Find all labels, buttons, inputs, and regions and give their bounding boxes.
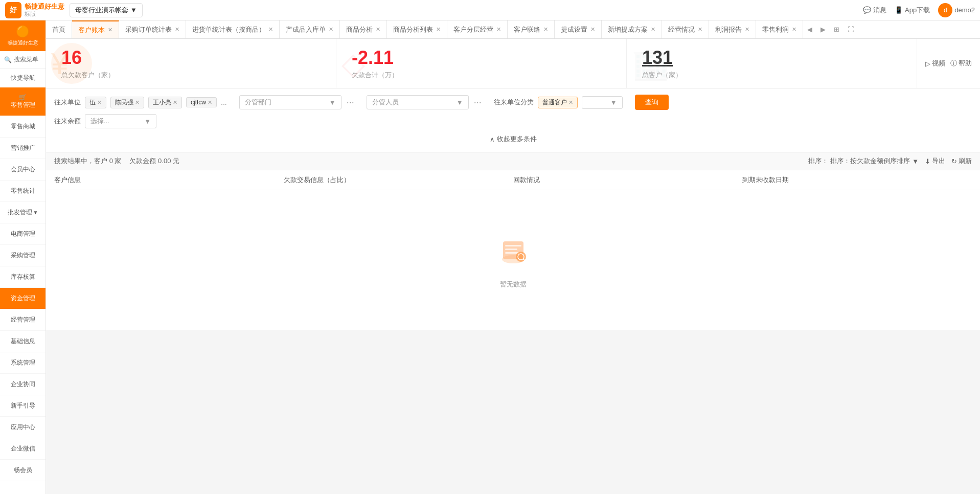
- remove-tag-unit-3[interactable]: ✕: [173, 99, 177, 106]
- tab-scroll-left[interactable]: ◀: [803, 20, 816, 39]
- balance-filter-label: 往来余额: [54, 117, 81, 126]
- stat-card-customers: ¥ 16 总欠款客户（家）: [46, 39, 336, 88]
- tab-product-analysis-list[interactable]: 商品分析列表 ✕: [387, 20, 447, 39]
- tab-close-customer-tier[interactable]: ✕: [496, 26, 501, 33]
- sidebar-item-member2[interactable]: 畅会员: [0, 460, 45, 481]
- sidebar-item-system[interactable]: 系统管理: [0, 352, 45, 374]
- svg-rect-3: [505, 245, 521, 246]
- tab-home[interactable]: 首页: [46, 20, 72, 39]
- app-download-btn[interactable]: 📱 App下载: [895, 6, 930, 15]
- tab-close-customer-contact[interactable]: ✕: [543, 26, 548, 33]
- sidebar-logo: 🟠 畅捷通好生意: [0, 20, 45, 51]
- sidebar-nav: 🛒 零售管理 零售商城 营销推广 会员中心 零售统计 批发管理 ▼ 电商管理 采…: [0, 87, 45, 481]
- stat-bg-yen-icon: ¥: [51, 46, 68, 81]
- sidebar-item-inventory[interactable]: 库存核算: [0, 266, 45, 288]
- tab-close-profit[interactable]: ✕: [745, 26, 749, 33]
- tab-close-product-list[interactable]: ✕: [436, 26, 441, 33]
- sidebar-item-member[interactable]: 会员中心: [0, 159, 45, 181]
- messages-btn[interactable]: 💬 消息: [863, 6, 886, 15]
- dept-more-btn[interactable]: ···: [347, 97, 354, 108]
- tab-scroll-right[interactable]: ▶: [816, 20, 830, 39]
- tab-close-operations[interactable]: ✕: [698, 26, 702, 33]
- person-more-btn[interactable]: ···: [474, 97, 482, 108]
- tab-purchase-order-stats[interactable]: 采购订单统计表 ✕: [119, 20, 186, 39]
- logo-icon: 好: [5, 2, 21, 18]
- app-name: 畅捷通好生意: [25, 3, 64, 11]
- empty-state: 暂无数据: [46, 190, 980, 330]
- remove-tag-unit-4[interactable]: ✕: [208, 99, 212, 106]
- video-btn[interactable]: ▷ 视频: [925, 59, 945, 68]
- col-header-debt: 欠款交易信息（占比）: [284, 175, 513, 185]
- help-btn[interactable]: ⓘ 帮助: [950, 59, 972, 68]
- filter-more-tags[interactable]: ...: [221, 98, 227, 106]
- tab-close-product-analysis[interactable]: ✕: [376, 26, 380, 33]
- user-area[interactable]: d demo2: [938, 3, 975, 17]
- user-avatar: d: [938, 3, 952, 17]
- sidebar-item-retail-stats[interactable]: 零售统计: [0, 181, 45, 202]
- sidebar-item-newbie[interactable]: 新手引导: [0, 395, 45, 417]
- tab-close-add-commission[interactable]: ✕: [651, 26, 655, 33]
- filter-tag-unit-2: 陈民强 ✕: [110, 97, 144, 108]
- result-summary: 搜索结果中，客户 0 家 欠款金额 0.00 元: [54, 156, 179, 166]
- sidebar-item-enterprise[interactable]: 企业协同: [0, 374, 45, 395]
- tab-product-inbound[interactable]: 产成品入库单 ✕: [280, 20, 340, 39]
- col-header-repay: 回款情况: [513, 175, 743, 185]
- stat-card-debt: ◇ -2.11 欠款合计（万）: [336, 39, 627, 88]
- tab-close-inventory[interactable]: ✕: [268, 26, 273, 33]
- top-right-actions: 💬 消息 📱 App下载 d demo2: [863, 3, 975, 17]
- tab-close-inbound[interactable]: ✕: [329, 26, 333, 33]
- tab-profit-report[interactable]: 利润报告 ✕: [709, 20, 756, 39]
- sidebar-item-finance[interactable]: 资金管理: [0, 288, 45, 309]
- tab-customer-ledger[interactable]: 客户账本 ✕: [72, 20, 119, 39]
- sidebar-item-purchase[interactable]: 采购管理: [0, 245, 45, 266]
- tab-commission-settings[interactable]: 提成设置 ✕: [555, 20, 602, 39]
- tab-expand-btn[interactable]: ⊞: [830, 20, 844, 39]
- sidebar-item-ecommerce[interactable]: 电商管理: [0, 223, 45, 245]
- tab-operations[interactable]: 经营情况 ✕: [662, 20, 709, 39]
- remove-tag-unit-class[interactable]: ✕: [568, 99, 573, 106]
- dept-select[interactable]: 分管部门 ▼: [239, 95, 341, 109]
- unit-class-select[interactable]: ▼: [582, 96, 623, 109]
- tab-fullscreen-btn[interactable]: ⛶: [844, 20, 858, 39]
- col-header-date: 到期未收款日期: [742, 175, 972, 185]
- sidebar-item-wholesale[interactable]: 批发管理 ▼: [0, 202, 45, 223]
- sidebar-item-retail-mall[interactable]: 零售商城: [0, 116, 45, 138]
- remove-tag-unit-1[interactable]: ✕: [97, 99, 102, 106]
- logo-area: 好 畅捷通好生意 标版: [5, 2, 64, 18]
- remove-tag-unit-2[interactable]: ✕: [135, 99, 140, 106]
- export-btn[interactable]: ⬇ 导出: [925, 156, 945, 166]
- tab-customer-contact[interactable]: 客户联络 ✕: [508, 20, 555, 39]
- sidebar-item-basic-info[interactable]: 基础信息: [0, 331, 45, 352]
- tab-close-retail-profit[interactable]: ✕: [792, 26, 796, 33]
- page-top-actions: ▷ 视频 ⓘ 帮助: [917, 39, 980, 88]
- tab-inventory-stats[interactable]: 进货单统计表（按商品） ✕: [186, 20, 280, 39]
- query-button[interactable]: 查询: [635, 95, 669, 110]
- tab-close-purchase-order[interactable]: ✕: [175, 26, 179, 33]
- filter-tag-unit-class: 普通客户 ✕: [538, 97, 578, 108]
- col-header-customer: 客户信息: [54, 175, 284, 185]
- sidebar-item-app-center[interactable]: 应用中心: [0, 417, 45, 438]
- person-select[interactable]: 分管人员 ▼: [367, 95, 469, 109]
- sidebar-item-wechat[interactable]: 企业微信: [0, 438, 45, 460]
- sidebar-item-operations[interactable]: 经营管理: [0, 309, 45, 331]
- sidebar-search-btn[interactable]: 🔍 搜索菜单: [0, 51, 45, 69]
- table-header: 客户信息 欠款交易信息（占比） 回款情况 到期未收款日期: [46, 170, 980, 190]
- collapse-filters-btn[interactable]: ∧ 收起更多条件: [486, 132, 541, 146]
- account-selector[interactable]: 母婴行业演示帐套 ▼: [70, 3, 143, 17]
- tab-product-analysis[interactable]: 商品分析 ✕: [340, 20, 387, 39]
- sidebar-item-retail-mgmt[interactable]: 🛒 零售管理: [0, 87, 45, 116]
- sidebar-item-marketing[interactable]: 营销推广: [0, 138, 45, 159]
- filter-tag-unit-1: 伍 ✕: [85, 97, 106, 108]
- filter-row-1: 往来单位 伍 ✕ 陈民强 ✕ 王小亮 ✕: [54, 95, 972, 110]
- tab-close-customer-ledger[interactable]: ✕: [108, 27, 112, 33]
- stat-card-total: 🏢 131 总客户（家）: [627, 39, 917, 88]
- sort-select[interactable]: 排序： 排序：按欠款金额倒序排序 ▼: [808, 156, 919, 166]
- tab-customer-tier[interactable]: 客户分层经营 ✕: [447, 20, 508, 39]
- refresh-btn[interactable]: ↻ 刷新: [951, 156, 972, 166]
- sidebar-quick-nav[interactable]: 快捷导航: [0, 69, 45, 87]
- tab-add-commission[interactable]: 新增提成方案 ✕: [602, 20, 662, 39]
- empty-icon: [493, 231, 534, 274]
- balance-select[interactable]: 选择... ▼: [85, 114, 156, 128]
- tab-close-commission[interactable]: ✕: [590, 26, 595, 33]
- tab-retail-profit[interactable]: 零售利润 ✕: [756, 20, 803, 39]
